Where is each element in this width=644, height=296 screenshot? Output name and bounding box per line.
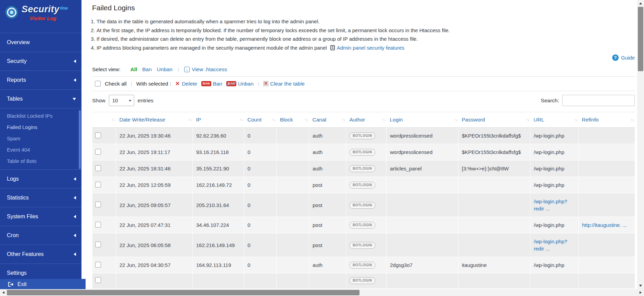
- column-header-canal[interactable]: Canal↑↓: [309, 112, 346, 128]
- page-title: Failed Logins: [92, 4, 635, 12]
- column-header-label: Date Write/Release: [119, 117, 165, 123]
- sidebar-item-other-features[interactable]: Other Features: [0, 245, 81, 263]
- sidebar-item-cron[interactable]: Cron: [0, 226, 81, 245]
- delete-link[interactable]: Delete: [182, 81, 197, 87]
- refinfo-link[interactable]: http://itaugustine. ...: [582, 222, 627, 228]
- logo-title: Security: [22, 4, 60, 14]
- table-row: 22 Jun, 2025 09:05:57205.210.31.640postB…: [92, 193, 635, 217]
- separator: :: [178, 66, 179, 73]
- url-link[interactable]: /wp-login.php?redir ...: [534, 239, 567, 252]
- ban-link[interactable]: Ban: [213, 81, 223, 87]
- row-checkbox[interactable]: [95, 242, 101, 247]
- cell-author: BOTLOGIN: [346, 144, 387, 160]
- row-checkbox[interactable]: [95, 202, 101, 207]
- column-header-label: Password: [462, 117, 485, 123]
- cell-block: [277, 160, 309, 177]
- cell-count: 0: [244, 257, 277, 273]
- column-header-select[interactable]: ↑↓: [92, 112, 116, 128]
- sidebar-subitem-failed-logins[interactable]: Failed Logins: [0, 121, 81, 133]
- cell-password: [458, 177, 530, 193]
- admin-panel-security-link[interactable]: Admin panel security features: [337, 45, 405, 51]
- vertical-scrollbar-thumb[interactable]: [638, 7, 643, 71]
- filter-unban[interactable]: Unban: [157, 66, 173, 73]
- sidebar-item-overview[interactable]: Overview: [0, 33, 81, 52]
- row-checkbox[interactable]: [95, 165, 101, 171]
- cell-refinfo: [579, 273, 635, 289]
- bulk-actions-bar: Check all : With selected : ✕ Delete BAN…: [92, 80, 635, 87]
- cell-password: itaugustine: [458, 257, 530, 273]
- column-header-author[interactable]: Author↑↓: [346, 112, 387, 128]
- row-checkbox[interactable]: [95, 149, 101, 155]
- row-checkbox[interactable]: [95, 182, 101, 188]
- column-header-url[interactable]: URL↑↓: [530, 112, 579, 128]
- view-htaccess-link[interactable]: View .htaccess: [192, 66, 227, 73]
- unban-link[interactable]: Unban: [238, 81, 254, 87]
- chevron-left-icon: [74, 78, 76, 82]
- column-header-date-write-release[interactable]: Date Write/Release↑↓: [116, 112, 193, 128]
- sidebar-subitem-event-404[interactable]: Event 404: [0, 144, 81, 155]
- column-header-block[interactable]: Block↑↓: [277, 112, 309, 128]
- sort-icon: ↑↓: [382, 117, 386, 122]
- botlogin-badge: BOTLOGIN: [350, 262, 375, 269]
- sidebar-item-logs[interactable]: Logs: [0, 169, 81, 188]
- vertical-scrollbar[interactable]: [637, 0, 644, 289]
- filter-ban[interactable]: Ban: [142, 66, 152, 73]
- failed-logins-table: ↑↓Date Write/Release↑↓IP↑↓Count↑↓Block↑↓…: [92, 112, 635, 289]
- row-checkbox[interactable]: [95, 262, 101, 268]
- cell-canal: auth: [309, 257, 346, 273]
- cell-date: 22 Jun, 2025 19:11:17: [116, 144, 193, 160]
- with-selected-label: With selected :: [136, 81, 171, 87]
- row-checkbox[interactable]: [95, 222, 101, 228]
- horizontal-scrollbar[interactable]: [0, 289, 644, 296]
- horizontal-scrollbar-thumb[interactable]: [7, 290, 359, 295]
- column-header-login[interactable]: Login↑↓: [387, 112, 458, 128]
- cell-password: [458, 217, 530, 233]
- check-all-checkbox[interactable]: [95, 81, 101, 87]
- sidebar-item-tables[interactable]: Tables: [0, 89, 81, 108]
- scroll-down-arrow[interactable]: [637, 282, 644, 289]
- scroll-up-arrow[interactable]: [637, 0, 644, 7]
- cell-login: wordpresslicensed: [387, 128, 458, 144]
- cell-author: BOTLOGIN: [346, 217, 387, 233]
- sort-icon: ↑↓: [631, 117, 634, 122]
- cell-login: [387, 177, 458, 193]
- row-checkbox[interactable]: [95, 277, 101, 283]
- search-input[interactable]: [562, 95, 635, 106]
- guide-link[interactable]: Guide: [621, 55, 635, 61]
- page-length-select[interactable]: 10: [109, 95, 134, 106]
- chevron-left-icon: [74, 60, 76, 63]
- sidebar-item-exit[interactable]: Exit: [0, 279, 86, 290]
- sidebar-item-reports[interactable]: Reports: [0, 70, 81, 89]
- sidebar-item-security[interactable]: Security: [0, 52, 81, 70]
- sidebar-scrollbar-thumb[interactable]: [79, 110, 81, 169]
- clear-table-link[interactable]: Clear the table: [270, 81, 305, 87]
- entries-label: entries: [138, 98, 154, 104]
- filter-all[interactable]: All: [130, 66, 137, 73]
- cell-select: [92, 217, 116, 233]
- sidebar-subitem-spam[interactable]: Spam: [0, 133, 81, 144]
- scroll-right-arrow[interactable]: [637, 289, 644, 296]
- sort-icon: ↑↓: [305, 117, 308, 122]
- url-link[interactable]: /wp-login.php?redir ...: [534, 198, 567, 211]
- sidebar-item-statistics[interactable]: Statistics: [0, 188, 81, 207]
- sort-icon: ↑↓: [526, 117, 529, 122]
- cell-count: 0: [244, 217, 277, 233]
- sidebar-item-system-files[interactable]: System Files: [0, 207, 81, 226]
- instruction-item: IP address blocking parameters are manag…: [97, 43, 635, 52]
- cell-ip: [193, 273, 244, 289]
- cell-ip: 93.16.216.118: [193, 144, 244, 160]
- column-header-password[interactable]: Password↑↓: [458, 112, 530, 128]
- cell-url: /wp-login.php: [530, 217, 579, 233]
- scroll-left-arrow[interactable]: [0, 289, 7, 296]
- row-checkbox[interactable]: [95, 132, 101, 138]
- column-header-ip[interactable]: IP↑↓: [193, 112, 244, 128]
- cell-count: 0: [244, 160, 277, 177]
- cell-select: [92, 257, 116, 273]
- cell-canal: post: [309, 233, 346, 257]
- botlogin-badge: BOTLOGIN: [350, 149, 375, 156]
- column-header-count[interactable]: Count↑↓: [244, 112, 277, 128]
- sidebar-subitem-table-of-bots[interactable]: Table of Bots: [0, 155, 81, 167]
- column-header-refinfo[interactable]: Refinfo↑↓: [579, 112, 635, 128]
- cell-url: /wp-login.php?redir ...: [530, 233, 579, 257]
- sidebar-subitem-blacklist-locked-ips[interactable]: Blacklist Locked IPs: [0, 110, 81, 121]
